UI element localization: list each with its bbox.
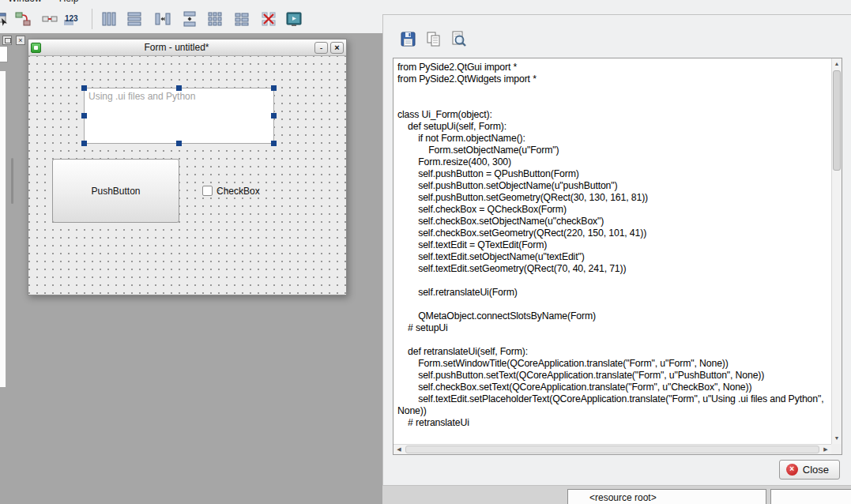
- horizontal-scrollbar[interactable]: ◀ ▶: [393, 444, 831, 454]
- checkbox-label: CheckBox: [217, 186, 260, 197]
- selection-handle[interactable]: [176, 85, 182, 91]
- code-preview-dialog: from PySide2.QtGui import * from PySide2…: [382, 14, 851, 486]
- layout-form-icon[interactable]: [233, 10, 250, 28]
- dock-float-icon[interactable]: [2, 36, 12, 45]
- main-toolbar: 123: [0, 5, 382, 33]
- dock-title-buttons: ×: [2, 36, 25, 45]
- generated-code: from PySide2.QtGui import * from PySide2…: [393, 58, 831, 444]
- menu-window[interactable]: Window: [8, 0, 42, 4]
- selection-handle[interactable]: [271, 141, 277, 146]
- layout-splitter-vertical-icon[interactable]: [181, 10, 198, 28]
- selection-handle[interactable]: [81, 85, 87, 91]
- left-scrollbar-thumb[interactable]: [11, 158, 13, 204]
- selection-handle[interactable]: [81, 141, 87, 146]
- checkbox-indicator[interactable]: [202, 186, 213, 196]
- toolbar-separator: [92, 9, 92, 29]
- resource-tree[interactable]: <resource root>: [567, 489, 766, 504]
- scroll-up-icon[interactable]: ▲: [832, 58, 842, 70]
- form-editor-window: Form - untitled* - × Using .ui files and…: [28, 39, 347, 295]
- scrollbar-corner: [831, 444, 842, 454]
- clipped-left-widget: [0, 46, 8, 62]
- find-icon[interactable]: [450, 30, 468, 48]
- edit-tab-order-icon[interactable]: 123: [63, 10, 81, 28]
- preview-form-icon[interactable]: [285, 10, 303, 28]
- dock-close-icon[interactable]: ×: [16, 36, 25, 45]
- form-minimize-button[interactable]: -: [314, 42, 328, 54]
- scroll-down-icon[interactable]: ▼: [832, 433, 842, 444]
- textedit-widget[interactable]: Using .ui files and Python: [84, 88, 274, 144]
- copy-icon[interactable]: [424, 30, 442, 48]
- form-window-icon: [31, 43, 41, 53]
- form-close-button[interactable]: ×: [330, 42, 344, 54]
- textedit-placeholder: Using .ui files and Python: [88, 91, 195, 102]
- selection-handle[interactable]: [81, 113, 87, 118]
- pushbutton-widget[interactable]: PushButton: [52, 159, 179, 223]
- selection-handle[interactable]: [271, 113, 277, 118]
- vertical-scrollbar[interactable]: ▲ ▼: [831, 58, 842, 444]
- scroll-right-icon[interactable]: ▶: [820, 445, 831, 454]
- scroll-left-icon[interactable]: ◀: [393, 445, 405, 454]
- form-window-title: Form - untitled*: [41, 42, 312, 53]
- menu-bar: Window Help: [0, 0, 851, 5]
- horizontal-scrollbar-thumb[interactable]: [405, 446, 819, 453]
- menu-help[interactable]: Help: [59, 0, 79, 4]
- layout-vertical-icon[interactable]: [126, 10, 143, 28]
- selection-handle[interactable]: [176, 141, 182, 146]
- qt-designer-screen: Window Help 123: [0, 0, 851, 504]
- mdi-area: × Form - untitled* - × Using .ui files a…: [0, 33, 382, 504]
- resource-root-item[interactable]: <resource root>: [589, 492, 657, 503]
- edit-signals-slots-icon[interactable]: [14, 10, 32, 28]
- code-view[interactable]: from PySide2.QtGui import * from PySide2…: [393, 58, 842, 455]
- close-button[interactable]: × Close: [779, 460, 840, 480]
- edit-buddies-icon[interactable]: [41, 10, 58, 28]
- checkbox-widget[interactable]: CheckBox: [202, 175, 282, 207]
- close-button-label: Close: [803, 464, 829, 476]
- edit-widgets-icon[interactable]: [0, 10, 9, 28]
- save-icon[interactable]: [399, 30, 417, 48]
- form-window-titlebar[interactable]: Form - untitled* - ×: [28, 39, 346, 56]
- form-canvas[interactable]: Using .ui files and Python PushButton Ch…: [28, 56, 346, 295]
- layout-horizontal-icon[interactable]: [100, 10, 118, 28]
- vertical-scrollbar-thumb[interactable]: [833, 70, 841, 171]
- layout-splitter-horizontal-icon[interactable]: [154, 10, 171, 28]
- selection-handle[interactable]: [271, 85, 277, 91]
- layout-grid-icon[interactable]: [206, 10, 224, 28]
- break-layout-icon[interactable]: [260, 10, 277, 28]
- bottom-panel-strip: <resource root>: [382, 486, 851, 504]
- svg-text:123: 123: [65, 14, 78, 23]
- resource-detail-panel: [770, 489, 851, 504]
- close-x-icon: ×: [786, 464, 798, 476]
- dialog-toolbar: [399, 30, 468, 48]
- clipped-left-panel: [0, 71, 6, 387]
